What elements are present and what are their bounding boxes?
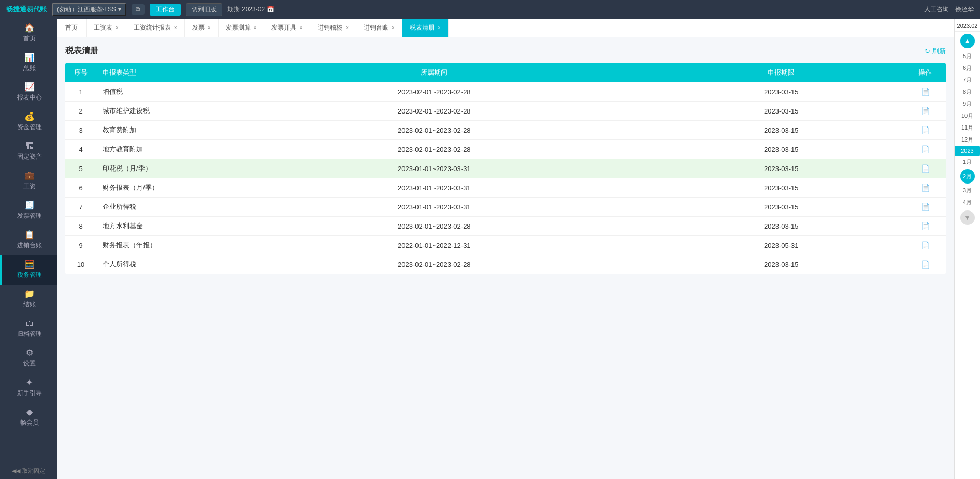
tab-salary-label: 工资表	[94, 23, 112, 32]
tab-purchase-check[interactable]: 进销稽核 ×	[310, 19, 356, 37]
rp-header: 2023.02	[955, 21, 980, 32]
tab-home[interactable]: 首页	[57, 19, 87, 37]
sidebar-item-salary[interactable]: 💼 工资	[0, 166, 57, 196]
table-row: 4 地方教育附加 2023-02-01~2023-02-28 2023-03-1…	[65, 140, 946, 159]
sidebar-item-fund[interactable]: 💰 资金管理	[0, 107, 57, 137]
tab-purchase-ledger[interactable]: 进销台账 ×	[356, 19, 402, 37]
ledger-icon: 📊	[24, 53, 35, 62]
refresh-button[interactable]: ↻ 刷新	[925, 47, 946, 56]
sidebar-item-ledger[interactable]: 📊 总账	[0, 48, 57, 78]
action-view-icon[interactable]: 📄	[921, 164, 930, 173]
cell-action: 📄	[904, 236, 946, 255]
sidebar-item-settings[interactable]: ⚙ 设置	[0, 344, 57, 373]
tab-invoice-close[interactable]: ×	[208, 25, 211, 31]
tab-invoice-query[interactable]: 发票测算 ×	[219, 19, 265, 37]
calendar-icon[interactable]: 📅	[267, 6, 275, 13]
cell-deadline: 2023-03-15	[658, 140, 904, 159]
col-deadline: 申报期限	[658, 63, 904, 82]
sidebar-item-close[interactable]: 📁 结账	[0, 285, 57, 314]
sidebar-label-purchase: 进销台账	[17, 241, 42, 250]
sidebar-item-vip[interactable]: ◆ 畅会员	[0, 403, 57, 432]
rp-month-10[interactable]: 10月	[955, 110, 980, 122]
tax-table: 序号 申报表类型 所属期间 申报期限 操作 1 增值税 2023-02-01~2…	[65, 63, 946, 274]
tab-salary-report[interactable]: 工资统计报表 ×	[126, 19, 185, 37]
workbench-button[interactable]: 工作台	[150, 4, 181, 16]
assets-icon: 🏗	[25, 142, 34, 150]
cell-action: 📄	[904, 159, 946, 178]
tab-purchase-check-close[interactable]: ×	[345, 25, 349, 31]
action-view-icon[interactable]: 📄	[921, 107, 930, 115]
sidebar-item-purchase[interactable]: 📋 进销台账	[0, 226, 57, 255]
tab-purchase-check-label: 进销稽核	[318, 23, 342, 32]
action-view-icon[interactable]: 📄	[921, 203, 930, 211]
home-icon: 🏠	[24, 24, 35, 32]
cell-type: 个人所得税	[96, 255, 210, 274]
tab-tax-list-close[interactable]: ×	[438, 25, 441, 31]
rp-month-9[interactable]: 9月	[955, 98, 980, 110]
cell-no: 4	[65, 140, 96, 159]
action-view-icon[interactable]: 📄	[921, 88, 930, 96]
rp-month-4[interactable]: 4月	[955, 196, 980, 208]
close-ledger-icon: 📁	[24, 290, 35, 298]
action-view-icon[interactable]: 📄	[921, 126, 930, 134]
sidebar-label-home: 首页	[23, 34, 36, 43]
tab-invoice-open[interactable]: 发票开具 ×	[264, 19, 310, 37]
sidebar-item-tax[interactable]: 🧮 税务管理	[0, 255, 57, 285]
period-label: 期期	[227, 5, 240, 14]
settings-icon: ⚙	[26, 349, 33, 357]
tab-salary[interactable]: 工资表 ×	[87, 19, 126, 37]
cell-period: 2023-02-01~2023-02-28	[210, 102, 658, 121]
table-row: 10 个人所得税 2023-02-01~2023-02-28 2023-03-1…	[65, 255, 946, 274]
sidebar-label-salary: 工资	[23, 182, 36, 191]
rp-month-11[interactable]: 11月	[955, 122, 980, 134]
action-view-icon[interactable]: 📄	[921, 260, 930, 269]
rp-month-7[interactable]: 7月	[955, 74, 980, 86]
action-view-icon[interactable]: 📄	[921, 145, 930, 153]
rp-month-5[interactable]: 5月	[955, 50, 980, 62]
rp-up-button[interactable]: ▲	[960, 34, 975, 48]
action-view-icon[interactable]: 📄	[921, 184, 930, 192]
tab-salary-report-close[interactable]: ×	[174, 25, 177, 31]
sidebar-item-invoice[interactable]: 🧾 发票管理	[0, 196, 57, 226]
switch-old-button[interactable]: 切到旧版	[186, 3, 222, 16]
cell-type: 财务报表（月/季）	[96, 178, 210, 198]
pin-toggle[interactable]: ◀◀ 取消固定	[0, 463, 57, 479]
tab-purchase-ledger-close[interactable]: ×	[392, 25, 395, 31]
rp-month-6[interactable]: 6月	[955, 62, 980, 74]
rp-month-1[interactable]: 1月	[955, 156, 980, 168]
content-area: 首页 工资表 × 工资统计报表 × 发票 × 发票测算 × 发票开具 ×	[57, 19, 954, 479]
tab-tax-list[interactable]: 税表清册 ×	[402, 19, 449, 37]
table-row: 8 地方水利基金 2023-02-01~2023-02-28 2023-03-1…	[65, 217, 946, 236]
rp-year-2023[interactable]: 2023	[955, 146, 980, 156]
sidebar-item-archive[interactable]: 🗂 归档管理	[0, 314, 57, 344]
cell-period: 2022-01-01~2022-12-31	[210, 236, 658, 255]
user-name[interactable]: 徐泾华	[955, 5, 974, 14]
sidebar-item-guide[interactable]: ✦ 新手引导	[0, 373, 57, 403]
action-view-icon[interactable]: 📄	[921, 241, 930, 249]
cell-period: 2023-01-01~2023-03-31	[210, 178, 658, 198]
tab-invoice-open-close[interactable]: ×	[299, 25, 302, 31]
tab-salary-close[interactable]: ×	[116, 25, 119, 31]
copy-button[interactable]: ⧉	[132, 4, 145, 15]
cell-no: 2	[65, 102, 96, 121]
rp-down-button[interactable]: ▼	[960, 210, 975, 225]
cell-no: 3	[65, 121, 96, 140]
sidebar-item-home[interactable]: 🏠 首页	[0, 19, 57, 48]
col-period: 所属期间	[210, 63, 658, 82]
tab-invoice-query-close[interactable]: ×	[254, 25, 257, 31]
rp-month-2-active[interactable]: 2月	[960, 169, 975, 184]
company-selector[interactable]: (勿动）江西服垄·LSS ▾	[52, 3, 126, 16]
rp-month-8[interactable]: 8月	[955, 86, 980, 98]
cell-deadline: 2023-03-15	[658, 255, 904, 274]
invoice-icon: 🧾	[24, 201, 35, 209]
tab-invoice[interactable]: 发票 ×	[185, 19, 219, 37]
table-row: 6 财务报表（月/季） 2023-01-01~2023-03-31 2023-0…	[65, 178, 946, 198]
page-title: 税表清册	[65, 46, 98, 57]
sidebar-item-report[interactable]: 📈 报表中心	[0, 78, 57, 107]
ai-consult-button[interactable]: 人工咨询	[924, 5, 949, 14]
cell-type: 城市维护建设税	[96, 102, 210, 121]
sidebar-item-assets[interactable]: 🏗 固定资产	[0, 137, 57, 166]
rp-month-12[interactable]: 12月	[955, 134, 980, 146]
rp-month-3[interactable]: 3月	[955, 185, 980, 196]
action-view-icon[interactable]: 📄	[921, 222, 930, 230]
